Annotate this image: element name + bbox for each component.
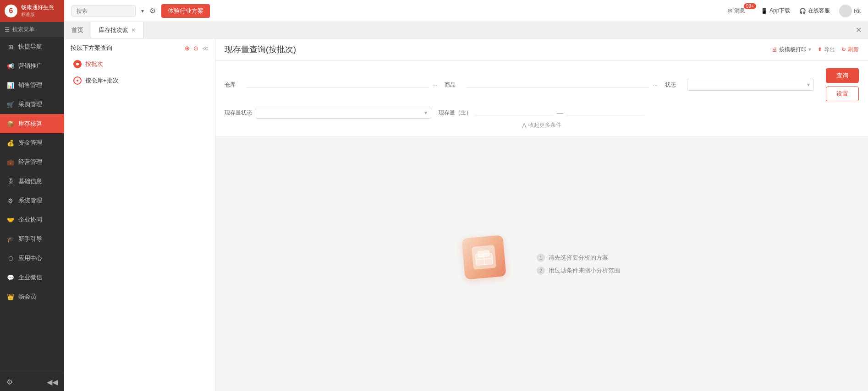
sidebar-item-quicknav[interactable]: ⊞ 快捷导航 (0, 37, 64, 56)
status-select-chevron: ▾ (807, 81, 810, 88)
topbar-search-input[interactable] (71, 5, 136, 16)
app-version: 标准版 (21, 11, 54, 18)
plan-item-warehouse-batch[interactable]: 按仓库+批次 (64, 72, 215, 89)
sidebar-item-basics[interactable]: 🗄 基础信息 (0, 172, 64, 191)
tab-home[interactable]: 首页 (64, 22, 91, 38)
status-select[interactable]: ▾ (687, 79, 814, 91)
message-button[interactable]: ✉ 消息 99+ (728, 7, 752, 15)
online-service-button[interactable]: 🎧 在线客服 (799, 7, 830, 15)
tab-inventory-batch-label: 库存批次账 (99, 26, 128, 34)
plan-label-batch: 按批次 (85, 60, 103, 68)
collapse-icon[interactable]: ◀◀ (47, 378, 58, 386)
query-button[interactable]: 查询 (826, 68, 859, 83)
empty-box-svg (473, 246, 495, 268)
topbar-dropdown-icon[interactable]: ▾ (141, 8, 144, 14)
sidebar-item-label: 系统管理 (18, 196, 42, 205)
sidebar-item-apps[interactable]: ⬡ 应用中心 (0, 249, 64, 268)
app-download-button[interactable]: 📱 App下载 (761, 7, 790, 15)
topbar-right: ✉ 消息 99+ 📱 App下载 🎧 在线客服 Rit (728, 5, 861, 17)
online-service-label: 在线客服 (808, 7, 830, 15)
sidebar-item-label: 快捷导航 (18, 43, 42, 51)
user-name: Rit (854, 8, 861, 14)
money-icon: 💰 (6, 139, 15, 147)
collapse-label: 收起更多条件 (528, 121, 561, 129)
empty-state: 1 请先选择要分析的方案 2 用过滤条件来缩小分析范围 (215, 137, 868, 391)
sidebar-item-label: 基础信息 (18, 177, 42, 185)
settings-plan-icon[interactable]: ⊙ (193, 45, 198, 52)
trial-button[interactable]: 体验行业方案 (161, 4, 210, 18)
sidebar-item-system[interactable]: ⚙ 系统管理 (0, 191, 64, 210)
phone-icon: 📱 (761, 8, 768, 14)
print-dropdown-icon[interactable]: ▾ (808, 46, 811, 53)
inventory-qty-from[interactable] (475, 110, 553, 115)
inventory-qty-to[interactable] (567, 110, 645, 115)
tab-inventory-batch[interactable]: 库存批次账 ✕ (91, 22, 143, 38)
right-panel: 现存量查询(按批次) 🖨 按模板打印 ▾ ⬆ 导出 ↻ 刷新 (215, 38, 868, 391)
product-filter-group: 商品 ··· (445, 81, 657, 89)
app-download-label: App下载 (769, 7, 790, 15)
hint-number-2: 2 (537, 266, 545, 275)
sidebar-footer: ⚙ ◀◀ (0, 373, 64, 391)
inventory-status-chevron: ▾ (424, 109, 427, 116)
add-plan-icon[interactable]: ⊕ (185, 45, 190, 52)
plan-item-batch[interactable]: 按批次 (64, 56, 215, 72)
collapse-chevron-icon: ⋀ (522, 122, 527, 129)
topbar-gear-icon[interactable]: ⚙ (149, 6, 156, 15)
status-filter-group: 状态 ▾ (665, 79, 814, 91)
refresh-label: 刷新 (848, 46, 859, 54)
chart-icon: 📊 (6, 81, 15, 89)
settings-footer-icon[interactable]: ⚙ (6, 378, 13, 386)
content-area: 按以下方案查询 ⊕ ⊙ ≪ 按批次 按仓库+批次 (64, 38, 868, 391)
database-icon: 🗄 (6, 177, 15, 185)
warehouse-input[interactable] (247, 82, 429, 87)
collapse-btn[interactable]: ⋀ 收起更多条件 (225, 119, 859, 132)
sidebar-item-member[interactable]: 👑 畅会员 (0, 287, 64, 306)
warehouse-icon: 📦 (6, 119, 15, 128)
tab-close-icon[interactable]: ✕ (131, 27, 136, 33)
cart-icon: 🛒 (6, 100, 15, 109)
refresh-button[interactable]: ↻ 刷新 (841, 46, 859, 54)
sidebar-item-label: 新手引导 (18, 235, 42, 243)
sidebar-item-purchase[interactable]: 🛒 采购管理 (0, 95, 64, 114)
plan-circle-empty (73, 76, 82, 85)
inventory-qty-label: 现存量（主） (439, 109, 472, 117)
sidebar-item-sales[interactable]: 📊 销售管理 (0, 76, 64, 95)
search-icon: ☰ (5, 27, 10, 33)
sidebar-item-marketing[interactable]: 📢 营销推广 (0, 56, 64, 76)
warehouse-more-btn[interactable]: ··· (433, 81, 438, 88)
sidebar-item-finance[interactable]: 💰 资金管理 (0, 133, 64, 152)
sidebar-item-label: 应用中心 (18, 254, 42, 262)
app-name: 畅康通好生意 (21, 4, 54, 11)
sidebar-item-label: 营销推广 (18, 62, 42, 70)
export-button[interactable]: ⬆ 导出 (818, 46, 835, 54)
app-logo: 6 (5, 5, 17, 17)
sidebar-header: 6 畅康通好生意 标准版 (0, 0, 64, 22)
sidebar-item-operations[interactable]: 💼 经营管理 (0, 152, 64, 172)
sidebar-search[interactable]: ☰ 搜索菜单 (0, 22, 64, 37)
sidebar-item-inventory[interactable]: 📦 库存核算 (0, 114, 64, 133)
inventory-status-select[interactable]: ▾ (256, 107, 431, 119)
member-icon: 👑 (6, 293, 15, 301)
action-buttons: 查询 设置 (826, 68, 859, 101)
settings-button[interactable]: 设置 (826, 87, 859, 101)
print-label: 按模板打印 (779, 46, 807, 54)
empty-icon-inner (472, 244, 496, 269)
empty-hint-1: 1 请先选择要分析的方案 (537, 254, 620, 262)
user-profile[interactable]: Rit (839, 5, 861, 17)
product-input[interactable] (467, 82, 649, 87)
sidebar-search-label: 搜索菜单 (12, 26, 34, 33)
sidebar-item-wechat[interactable]: 💬 企业微信 (0, 268, 64, 287)
product-more-btn[interactable]: ··· (653, 81, 658, 88)
hint-text-1: 请先选择要分析的方案 (549, 254, 608, 262)
collapse-panel-icon[interactable]: ≪ (202, 45, 209, 52)
sidebar-item-label: 销售管理 (18, 81, 42, 89)
sidebar-item-enterprise[interactable]: 🤝 企业协同 (0, 210, 64, 229)
warehouse-filter-label: 仓库 (225, 81, 243, 89)
sidebar-item-guide[interactable]: 🎓 新手引导 (0, 229, 64, 249)
page-header: 现存量查询(按批次) 🖨 按模板打印 ▾ ⬆ 导出 ↻ 刷新 (215, 38, 868, 61)
svg-point-1 (77, 80, 78, 81)
megaphone-icon: 📢 (6, 62, 15, 70)
print-button[interactable]: 🖨 按模板打印 ▾ (772, 46, 811, 54)
plan-label-warehouse-batch: 按仓库+批次 (85, 76, 119, 85)
tab-area-close-icon[interactable]: ✕ (849, 22, 868, 38)
